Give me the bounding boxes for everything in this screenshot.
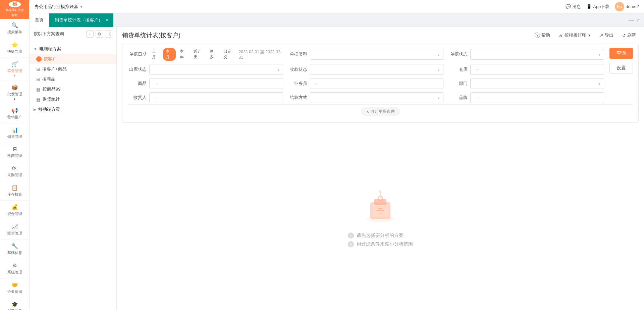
date-picker-container[interactable]: 上月 本月 本年 近7天 更多 自定义 2023-03-01 至 2023-03… — [149, 48, 283, 61]
sidebar-item-system[interactable]: ⚙ 系统管理 — [0, 259, 29, 278]
tree-mobile-label: 移动端方案 — [38, 106, 60, 112]
tree-item-return-stats[interactable]: ▦ 退货统计 — [30, 94, 116, 104]
sidebar-item-cooperation[interactable]: 🤝 企业协同 — [0, 278, 29, 298]
status-chevron: ∨ — [598, 53, 600, 56]
date-tab-this-year[interactable]: 本年 — [177, 48, 190, 61]
left-panel-title: 按以下方案查询 — [34, 31, 64, 37]
message-btn[interactable]: 💬 消息 — [566, 4, 581, 10]
type-select[interactable]: ∨ — [310, 49, 444, 60]
base-icon: 🔧 — [11, 243, 18, 249]
type-filter-cell: 单据类型 ∨ — [288, 49, 444, 60]
sidebar-item-marketing[interactable]: 📢 营销推广 — [0, 104, 29, 123]
left-panel-actions: + ⚙ 《 — [86, 30, 112, 38]
sidebar-item-sales[interactable]: 📊 销售管理 — [0, 123, 29, 143]
sidebar-item-base[interactable]: 🔧 基础信息 — [0, 240, 29, 259]
tree-expand-icon: ▼ — [34, 47, 37, 51]
tab-report[interactable]: 销货单统计表（按客户） × — [49, 13, 114, 27]
date-tab-more[interactable]: 更多 — [207, 48, 219, 61]
status-label: 单据状态 — [449, 51, 470, 57]
settings-btn[interactable]: ⚙ — [96, 30, 103, 38]
date-tab-custom[interactable]: 自定义 — [221, 48, 237, 61]
tree-mobile-parent[interactable]: ▶ 移动端方案 — [30, 104, 116, 114]
recv-status-select[interactable]: ∨ — [310, 64, 444, 75]
print-icon: 🖨 — [559, 33, 563, 38]
date-filter-cell: 单据日期 上月 本月 本年 近7天 更多 自定义 — [128, 48, 283, 61]
export-btn[interactable]: ↗ 导出 — [597, 31, 616, 40]
page-header: 销货单统计表(按客户) ? 帮助 🖨 按模板打印 ▼ ↗ 导出 — [122, 31, 639, 40]
filter-grid: 单据日期 上月 本月 本年 近7天 更多 自定义 — [128, 48, 604, 103]
brand-input[interactable]: ··· — [470, 92, 604, 103]
date-tab-last-month[interactable]: 上月 — [149, 48, 162, 61]
sidebar-item-wholesale[interactable]: 📦 批发管理 ▲ — [0, 81, 29, 104]
sidebar-item-purchase[interactable]: 🛍 采购管理 — [0, 162, 29, 181]
active-indicator — [36, 56, 42, 62]
tab-report-label: 销货单统计表（按客户） — [55, 17, 103, 23]
out-status-select[interactable]: ∨ — [149, 64, 283, 75]
sidebar-item-shortcuts[interactable]: ⭐ 快捷导航 — [0, 38, 29, 58]
add-scheme-btn[interactable]: + — [86, 30, 94, 38]
marketing-label: 营销推广 — [7, 115, 22, 120]
salesperson-label: 业务员 — [288, 81, 310, 87]
retail-icon: 🛒 — [11, 61, 18, 67]
help-btn[interactable]: ? 帮助 — [532, 31, 553, 40]
collapse-button[interactable]: ∧ 收起更多条件 — [361, 107, 400, 116]
logo-area: 畅 畅捷通好生意 标版 — [0, 0, 29, 19]
sales-icon: 📊 — [11, 127, 18, 133]
receiver-label: 收货人 — [128, 95, 149, 101]
sidebar-item-search[interactable]: 🔍 搜索菜单 — [0, 19, 29, 38]
sidebar-item-newbie[interactable]: 🎓 新手引导 — [0, 298, 29, 310]
empty-tip-1: 1 请先选择要分析的方案 — [348, 232, 413, 239]
tree-item-by-customer-product[interactable]: ⊞ 按客户+商品 — [30, 64, 116, 74]
filter-row-2: 出库状态 ∨ 收款状态 ∨ — [128, 64, 604, 75]
tab-maximize-btn[interactable]: ⤢ — [636, 17, 640, 23]
dept-chevron: ∨ — [598, 82, 600, 86]
sidebar-item-ecommerce[interactable]: 🖥 电商管理 — [0, 143, 29, 162]
topbar-right: 💬 消息 📱 App下载 Ea demo2 — [566, 2, 639, 11]
collapse-bar: ∧ 收起更多条件 — [128, 104, 633, 118]
print-label: 按模板打印 — [565, 32, 586, 38]
ecommerce-icon: 🖥 — [12, 146, 17, 152]
app-download-btn[interactable]: 📱 App下载 — [586, 4, 609, 10]
setting-button[interactable]: 设置 — [609, 63, 633, 73]
status-select[interactable]: ∨ — [470, 49, 604, 60]
query-button[interactable]: 查询 — [609, 48, 633, 59]
account-selector[interactable]: 办公用品行业模拟账套 ▼ — [35, 4, 83, 10]
tab-home[interactable]: 首页 — [30, 13, 49, 27]
bar-icon-1: ▦ — [36, 87, 41, 92]
content-area: 按以下方案查询 + ⚙ 《 ▼ 电脑端方案 按客户 ⊞ — [30, 27, 644, 310]
user-area[interactable]: Ea demo2 — [615, 2, 639, 11]
print-btn[interactable]: 🖨 按模板打印 ▼ — [556, 31, 594, 40]
date-tab-7days[interactable]: 近7天 — [191, 48, 205, 61]
tab-minimize-btn[interactable]: — — [629, 17, 634, 23]
salesperson-input[interactable]: ··· — [310, 78, 444, 89]
app-download-label: App下载 — [593, 4, 609, 10]
product-dots: ··· — [154, 81, 158, 86]
sidebar-item-operations[interactable]: 📈 经营管理 — [0, 220, 29, 240]
tree-by-customer-label: 按客户 — [44, 56, 57, 62]
export-icon: ↗ — [600, 33, 603, 38]
tree-item-by-customer[interactable]: 按客户 — [30, 54, 116, 64]
receiver-input[interactable]: ··· — [149, 92, 283, 103]
tree-item-by-product-99[interactable]: ▦ 按商品99 — [30, 84, 116, 94]
date-tab-this-month[interactable]: 本月 — [163, 48, 175, 61]
left-panel-header: 按以下方案查询 + ⚙ 《 — [30, 27, 116, 41]
product-input[interactable]: ··· — [149, 78, 283, 89]
refresh-btn[interactable]: ↺ 刷新 — [620, 31, 639, 40]
dept-select[interactable]: ∨ — [470, 78, 604, 89]
collapse-panel-btn[interactable]: 《 — [105, 30, 112, 38]
date-range: 2023-03-01 至 2023-03-31 — [238, 49, 283, 60]
tab-close-icon[interactable]: × — [106, 18, 108, 22]
inventory-label: 库存核算 — [7, 192, 22, 197]
payment-select[interactable]: ∨ — [310, 92, 444, 103]
sidebar-item-finance[interactable]: 💰 资金管理 — [0, 201, 29, 220]
sidebar-item-retail[interactable]: 🛒 零售管理 ▼ — [0, 58, 29, 81]
recv-status-chevron: ∨ — [437, 68, 440, 71]
tree-item-by-product[interactable]: ⊞ 按商品 — [30, 74, 116, 84]
type-label: 单据类型 — [288, 51, 310, 57]
sidebar-item-inventory[interactable]: 📋 库存核算 — [0, 181, 29, 201]
brand-cell: 品牌 ··· — [449, 92, 604, 103]
recv-status-cell: 收款状态 ∨ — [288, 64, 444, 75]
cooperation-label: 企业协同 — [7, 289, 22, 294]
tree-desktop-parent[interactable]: ▼ 电脑端方案 — [30, 44, 116, 54]
warehouse-input[interactable]: ··· — [470, 64, 604, 75]
